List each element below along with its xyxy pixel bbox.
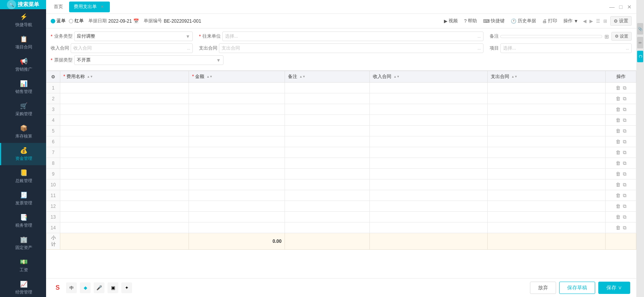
toolbar-prev-icon[interactable]: ◀ [583, 18, 586, 24]
expense-contract-input[interactable]: 支出合同 ... [219, 43, 483, 53]
right-panel-clip-icon[interactable]: 📎 [637, 23, 643, 35]
table-container[interactable]: ⚙ * 费用名称 ▲▼ * 金额 ▲▼ 备注 ▲▼ [46, 71, 636, 278]
cell-income-contract[interactable] [370, 104, 488, 115]
cell-income-contract[interactable] [370, 126, 488, 136]
cell-notes[interactable] [285, 83, 370, 93]
income-contract-input[interactable]: 收入合同 ... [71, 43, 193, 53]
col-notes[interactable]: 备注 ▲▼ [285, 71, 370, 83]
sidebar-item-quick-nav[interactable]: ⚡ 快捷导航 [0, 9, 46, 32]
cell-amount[interactable] [189, 222, 285, 233]
radio-blue[interactable]: 蓝单 [51, 18, 66, 24]
cell-expense-contract[interactable] [488, 212, 606, 222]
cell-name[interactable] [60, 179, 189, 190]
save-button[interactable]: 保存 ∨ [598, 282, 630, 294]
cell-expense-contract[interactable] [488, 179, 606, 190]
cell-expense-contract[interactable] [488, 147, 606, 158]
cell-amount[interactable] [189, 201, 285, 212]
cell-amount[interactable] [189, 169, 285, 179]
col-gear[interactable]: ⚙ [46, 71, 60, 83]
cell-notes[interactable] [285, 201, 370, 212]
cell-notes[interactable] [285, 104, 370, 115]
right-panel-c-icon[interactable]: C [637, 51, 643, 62]
save-draft-button[interactable]: 保存草稿 [559, 282, 595, 294]
cell-notes[interactable] [285, 115, 370, 126]
cell-amount[interactable] [189, 136, 285, 147]
shortcut-btn[interactable]: ⌨ 快捷键 [482, 17, 506, 25]
delete-icon[interactable]: 🗑 [616, 225, 621, 231]
copy-icon[interactable]: ⧉ [623, 149, 626, 156]
cell-amount[interactable] [189, 83, 285, 93]
cell-income-contract[interactable] [370, 83, 488, 93]
toolbar-next-icon[interactable]: ▶ [589, 18, 593, 24]
cell-notes[interactable] [285, 158, 370, 169]
col-income-contract[interactable]: 收入合同 ▲▼ [370, 71, 488, 83]
cell-amount[interactable] [189, 179, 285, 190]
cell-income-contract[interactable] [370, 190, 488, 201]
sidebar-item-marketing[interactable]: 📢 营销推广 [0, 54, 46, 76]
copy-icon[interactable]: ⧉ [623, 171, 626, 177]
cell-expense-contract[interactable] [488, 158, 606, 169]
tab-expense[interactable]: 费用支出单 ✕ [69, 2, 110, 12]
zhong-icon[interactable]: 中 [66, 282, 77, 293]
copy-icon[interactable]: ⧉ [623, 117, 626, 123]
cell-expense-contract[interactable] [488, 222, 606, 233]
cell-amount[interactable] [189, 115, 285, 126]
cell-name[interactable] [60, 115, 189, 126]
cell-amount[interactable] [189, 104, 285, 115]
cell-expense-contract[interactable] [488, 169, 606, 179]
cell-name[interactable] [60, 136, 189, 147]
tab-home[interactable]: 首页 [49, 2, 68, 12]
copy-icon[interactable]: ⧉ [623, 203, 626, 209]
col-name[interactable]: * 费用名称 ▲▼ [60, 71, 189, 83]
sidebar-item-accounting[interactable]: 📒 总账管理 [0, 165, 46, 187]
tab-close-button[interactable]: ✕ [99, 5, 105, 9]
operate-btn[interactable]: 操作 ▼ [562, 17, 580, 25]
copy-icon[interactable]: ⧉ [623, 85, 626, 91]
sidebar-item-purchase[interactable]: 🛒 采购管理 [0, 98, 46, 121]
cell-name[interactable] [60, 222, 189, 233]
sidebar-item-inventory[interactable]: 📦 库存核算 [0, 121, 46, 143]
copy-icon[interactable]: ⧉ [623, 182, 626, 188]
cell-income-contract[interactable] [370, 147, 488, 158]
cell-name[interactable] [60, 93, 189, 104]
cell-notes[interactable] [285, 136, 370, 147]
right-panel-edit-icon[interactable]: ✏ [637, 37, 643, 48]
cell-expense-contract[interactable] [488, 126, 606, 136]
star-icon[interactable]: ✦ [121, 282, 132, 293]
cell-expense-contract[interactable] [488, 190, 606, 201]
cell-income-contract[interactable] [370, 93, 488, 104]
cell-expense-contract[interactable] [488, 104, 606, 115]
cell-notes[interactable] [285, 147, 370, 158]
delete-icon[interactable]: 🗑 [616, 160, 621, 166]
delete-icon[interactable]: 🗑 [616, 117, 621, 123]
delete-icon[interactable]: 🗑 [616, 171, 621, 177]
mic-icon[interactable]: 🎤 [94, 282, 104, 293]
cell-amount[interactable] [189, 190, 285, 201]
cell-name[interactable] [60, 147, 189, 158]
cell-name[interactable] [60, 126, 189, 136]
cell-name[interactable] [60, 158, 189, 169]
invoice-type-input[interactable]: 不开票 ▼ [74, 55, 223, 65]
cell-notes[interactable] [285, 222, 370, 233]
toolbar-list-icon[interactable]: ☰ [596, 18, 600, 24]
delete-icon[interactable]: 🗑 [616, 85, 621, 91]
cell-income-contract[interactable] [370, 179, 488, 190]
copy-icon[interactable]: ⧉ [623, 128, 626, 134]
delete-icon[interactable]: 🗑 [616, 214, 621, 220]
discard-button[interactable]: 放弃 [530, 282, 556, 294]
sidebar-item-salary[interactable]: 💵 工资 [0, 254, 46, 277]
copy-icon[interactable]: ⧉ [623, 139, 626, 145]
cell-expense-contract[interactable] [488, 201, 606, 212]
delete-icon[interactable]: 🗑 [616, 182, 621, 188]
date-value[interactable]: 2022-09-21 [108, 18, 132, 24]
cell-amount[interactable] [189, 93, 285, 104]
cell-income-contract[interactable] [370, 222, 488, 233]
copy-icon[interactable]: ⧉ [623, 192, 626, 199]
delete-icon[interactable]: 🗑 [616, 128, 621, 134]
sidebar-item-sales[interactable]: 📊 销售管理 [0, 76, 46, 98]
cell-amount[interactable] [189, 212, 285, 222]
copy-icon[interactable]: ⧉ [623, 214, 626, 220]
cell-name[interactable] [60, 201, 189, 212]
partner-input[interactable]: 选择... ... [222, 32, 483, 41]
cell-notes[interactable] [285, 212, 370, 222]
